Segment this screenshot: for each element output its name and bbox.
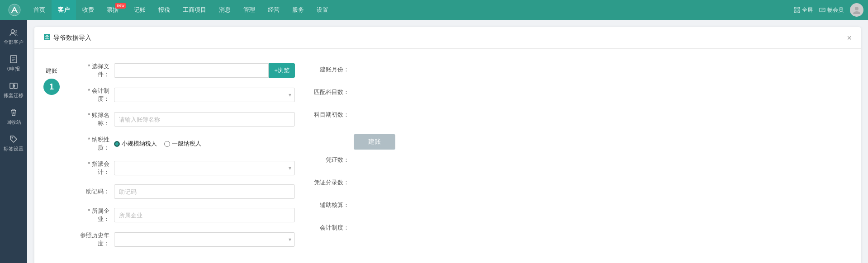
- nav-item-operate[interactable]: 经营: [261, 0, 286, 20]
- browse-button[interactable]: +浏览: [269, 63, 295, 78]
- svg-rect-11: [10, 83, 13, 89]
- member-btn[interactable]: 畅会员: [819, 6, 844, 14]
- svg-rect-12: [14, 83, 17, 89]
- sidebar-label-declare: 0申报: [7, 66, 20, 72]
- info-accounting-system-row: 会计制度：: [313, 221, 852, 235]
- assign-accountant-label: * 指派会计：: [78, 160, 114, 176]
- nav-items: 首页 客户 收费 票据 new 记账 报税 工商项目 消息 管理 经营 服务 设…: [27, 0, 794, 20]
- sidebar-label-all-customers: 全部客户: [4, 39, 24, 46]
- member-label: 畅会员: [827, 6, 844, 14]
- affiliated-company-row: * 所属企业：: [78, 207, 295, 223]
- voucher-entries-label: 凭证分录数：: [313, 178, 354, 187]
- history-year-label: 参照历史年度：: [78, 231, 114, 248]
- history-year-select-wrapper: [114, 232, 295, 247]
- dialog-title: 导爷数据导入: [43, 33, 91, 42]
- nav-item-manage[interactable]: 管理: [237, 0, 261, 20]
- nav-item-message[interactable]: 消息: [213, 0, 237, 20]
- auxiliary-label: 辅助核算：: [313, 201, 354, 209]
- history-year-select[interactable]: [114, 232, 295, 247]
- content-area: 导爷数据导入 × 建账 1 * 选择文件：: [27, 20, 868, 263]
- ledger-name-label: * 账簿名称：: [78, 111, 114, 127]
- file-label: * 选择文件：: [78, 62, 114, 79]
- info-section: 建账月份： 匹配科目数： 科目期初数： 建账 凭证: [295, 62, 852, 256]
- new-badge: new: [115, 3, 126, 9]
- accounting-system-select-wrapper: [114, 88, 295, 102]
- auxiliary-row: 辅助核算：: [313, 198, 852, 212]
- sidebar-label-account-migration: 账套迁移: [4, 92, 24, 99]
- nav-item-ledger[interactable]: 记账: [128, 0, 152, 20]
- memo-row: 助记码：: [78, 184, 295, 199]
- tax-nature-row: * 纳税性质： 小规模纳税人 一般纳税人: [78, 136, 295, 152]
- svg-point-9: [15, 30, 17, 33]
- svg-rect-2: [794, 7, 796, 9]
- svg-rect-3: [798, 7, 800, 9]
- build-button[interactable]: 建账: [354, 134, 395, 150]
- tax-nature-radio-group: 小规模纳税人 一般纳税人: [114, 140, 201, 148]
- nav-item-home[interactable]: 首页: [27, 0, 52, 20]
- tax-nature-label: * 纳税性质：: [78, 136, 114, 152]
- memo-label: 助记码：: [78, 188, 114, 196]
- nav-item-ticket[interactable]: 票据 new: [100, 0, 128, 20]
- sidebar-item-declare[interactable]: 0申报: [1, 51, 26, 76]
- step-label: 建账: [46, 67, 57, 75]
- ledger-name-input[interactable]: [114, 112, 295, 127]
- svg-rect-4: [794, 11, 796, 13]
- memo-input[interactable]: [114, 184, 295, 199]
- dialog-title-text: 导爷数据导入: [53, 34, 91, 42]
- subject-initial-label: 科目期初数：: [313, 111, 354, 119]
- affiliated-company-input[interactable]: [114, 208, 295, 222]
- svg-point-7: [855, 7, 859, 10]
- file-input[interactable]: [114, 63, 269, 78]
- info-accounting-system-label: 会计制度：: [313, 224, 354, 232]
- accounting-system-label: * 会计制度：: [78, 87, 114, 103]
- assign-accountant-select-wrapper: [114, 161, 295, 175]
- nav-item-business[interactable]: 工商项目: [176, 0, 213, 20]
- file-row: * 选择文件： +浏览: [78, 62, 295, 79]
- sidebar-label-tag-settings: 标签设置: [4, 146, 24, 152]
- build-button-row: 建账: [313, 130, 852, 145]
- dialog-card: 导爷数据导入 × 建账 1 * 选择文件：: [34, 27, 861, 263]
- nav-item-service[interactable]: 服务: [286, 0, 310, 20]
- user-avatar[interactable]: [850, 3, 863, 17]
- tax-option-general[interactable]: 一般纳税人: [164, 140, 201, 148]
- sidebar-item-account-migration[interactable]: 账套迁移: [1, 78, 26, 103]
- main-layout: 全部客户 0申报 账套迁移 回收站: [0, 20, 868, 263]
- nav-item-settings[interactable]: 设置: [310, 0, 335, 20]
- history-year-row: 参照历史年度：: [78, 231, 295, 248]
- sidebar-item-tag-settings[interactable]: 标签设置: [1, 131, 26, 156]
- svg-point-13: [12, 137, 13, 139]
- step-badge: 1: [43, 79, 60, 95]
- match-subject-label: 匹配科目数：: [313, 88, 354, 96]
- sidebar: 全部客户 0申报 账套迁移 回收站: [0, 20, 27, 263]
- nav-right: 全屏 畅会员: [794, 3, 863, 17]
- sidebar-label-recycle: 回收站: [6, 119, 21, 126]
- fullscreen-label: 全屏: [802, 6, 813, 14]
- tax-option-small[interactable]: 小规模纳税人: [114, 140, 157, 148]
- subject-initial-row: 科目期初数：: [313, 108, 852, 122]
- close-button[interactable]: ×: [847, 34, 852, 42]
- voucher-count-label: 凭证数：: [313, 156, 354, 164]
- nav-item-customer[interactable]: 客户: [52, 0, 76, 20]
- assign-accountant-select[interactable]: [114, 161, 295, 175]
- upload-icon: [43, 33, 51, 42]
- sidebar-item-all-customers[interactable]: 全部客户: [1, 24, 26, 49]
- form-section: * 选择文件： +浏览 * 会计制度：: [78, 62, 295, 256]
- assign-accountant-row: * 指派会计：: [78, 160, 295, 176]
- accounting-system-select[interactable]: [114, 88, 295, 102]
- svg-point-8: [11, 30, 14, 33]
- top-nav: 首页 客户 收费 票据 new 记账 报税 工商项目 消息 管理 经营 服务 设…: [0, 0, 868, 20]
- build-month-label: 建账月份：: [313, 66, 354, 74]
- nav-item-charge[interactable]: 收费: [76, 0, 100, 20]
- svg-point-1: [14, 5, 15, 7]
- fullscreen-btn[interactable]: 全屏: [794, 6, 813, 14]
- build-month-row: 建账月份：: [313, 62, 852, 77]
- file-input-group: +浏览: [114, 63, 295, 78]
- ledger-name-row: * 账簿名称：: [78, 111, 295, 127]
- svg-rect-5: [798, 11, 800, 13]
- nav-item-tax[interactable]: 报税: [152, 0, 176, 20]
- sidebar-item-recycle[interactable]: 回收站: [1, 104, 26, 129]
- accounting-system-row: * 会计制度：: [78, 87, 295, 103]
- match-subject-row: 匹配科目数：: [313, 85, 852, 99]
- affiliated-company-label: * 所属企业：: [78, 207, 114, 223]
- step-section: 建账 1: [43, 62, 60, 256]
